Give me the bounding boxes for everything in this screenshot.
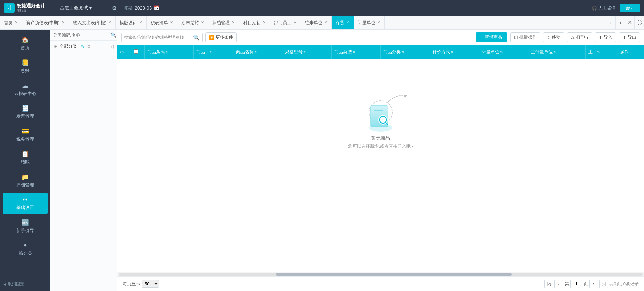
tab-unit[interactable]: 计量单位 ✕ [354, 16, 385, 29]
search-toolbar: 🔍 🔽 更多条件 + 新增商品 ☑ 批量操作 ⇅ 移 [117, 30, 644, 45]
sidebar-pin-toggle[interactable]: ◄ 取消固定 [0, 277, 50, 291]
tab-partner[interactable]: 往来单位 ✕ [301, 16, 332, 29]
filter-button[interactable]: 🔽 更多条件 [205, 32, 237, 42]
tab-periodend-close[interactable]: ✕ [201, 20, 204, 25]
th-checkbox[interactable] [131, 45, 144, 59]
print-chevron: ▾ [586, 35, 589, 40]
th-price-method[interactable]: 计价方式⇅ [430, 45, 479, 59]
th-spec[interactable]: 规格型号⇅ [282, 45, 332, 59]
pagination-bar: 每页显示 50 10 20 100 |◁ ‹ 第 页 [117, 276, 644, 291]
svg-rect-8 [374, 110, 383, 111]
tab-staff-close[interactable]: ✕ [293, 20, 297, 25]
tab-partner-close[interactable]: ✕ [324, 20, 327, 25]
th-settings[interactable]: ⚙ [117, 45, 131, 59]
basic-icon: ⚙ [22, 196, 28, 203]
tab-prev-button[interactable]: ‹ [606, 16, 616, 29]
page-next-button[interactable]: › [589, 280, 598, 288]
export-button[interactable]: ⬇ 导出 [619, 32, 640, 42]
calendar-icon[interactable]: 📅 [154, 5, 159, 11]
page-last-button[interactable]: ▷| [599, 280, 608, 288]
tab-inventory-close[interactable]: ✕ [346, 20, 350, 25]
category-search-icon[interactable]: 🔍 [111, 32, 116, 38]
tab-balance[interactable]: 资产负债表(中期) ✕ [22, 16, 69, 29]
sidebar-item-guide[interactable]: 🆕 新手引导 [3, 215, 48, 237]
category-search-input[interactable] [53, 33, 109, 38]
print-label: 打印 [576, 34, 585, 40]
move-button[interactable]: ⇅ 移动 [543, 32, 564, 42]
add-tab-button[interactable]: ＋ [98, 3, 108, 13]
category-edit-icon[interactable]: ✎ [80, 44, 84, 49]
import-button[interactable]: ⬆ 导入 [595, 32, 616, 42]
th-name[interactable]: 商品名称⇅ [233, 45, 282, 59]
tab-home[interactable]: 首页 ✕ [0, 16, 22, 29]
pin-icon: ◄ [3, 282, 7, 287]
batch-button[interactable]: ☑ 批量操作 [510, 32, 540, 42]
main-layout: 🏠 首页 📒 总账 ☁ 云报表中心 🧾 发票管理 💳 税务管理 📋 结账 📁 归… [0, 30, 644, 291]
tab-subject-close[interactable]: ✕ [263, 20, 266, 25]
consulting-button[interactable]: 🎧 人工咨询 [592, 5, 616, 11]
th-main-unit[interactable]: 主计量单位⇅ [528, 45, 586, 59]
sidebar-item-home[interactable]: 🏠 首页 [3, 33, 48, 54]
org-selector[interactable]: 基层工会测试 ▾ [57, 4, 94, 12]
category-settings-icon[interactable]: ⚙ [87, 44, 91, 49]
th-type[interactable]: 商品类型⇅ [331, 45, 381, 59]
tab-subject[interactable]: 科目期初 ✕ [239, 16, 270, 29]
page-word2: 页 [584, 281, 588, 287]
page-number-input[interactable] [570, 280, 582, 288]
horizontal-scrollbar[interactable] [117, 272, 644, 276]
empty-doc-icon [366, 102, 396, 133]
tab-income[interactable]: 收入支出表(年报) ✕ [69, 16, 116, 29]
page-prev-button[interactable]: ‹ [554, 280, 563, 288]
sidebar-item-member[interactable]: ✦ 畅会员 [3, 238, 48, 260]
add-product-button[interactable]: + 新增商品 [476, 32, 507, 42]
tab-balance-label: 资产负债表(中期) [26, 20, 60, 26]
sidebar-item-tax[interactable]: 💳 税务管理 [3, 124, 48, 146]
tab-inventory[interactable]: 存货 ✕ [332, 16, 354, 29]
page-size-dropdown[interactable]: 50 10 20 100 [142, 280, 159, 288]
th-category[interactable]: 商品分类⇅ [381, 45, 430, 59]
scrollbar-thumb[interactable] [276, 273, 512, 276]
invoice-icon: 🧾 [21, 105, 29, 112]
category-all-header[interactable]: ⊞ 全部分类 ✎ ⚙ ◁ [50, 41, 117, 52]
th-code[interactable]: 商品...⇅ [194, 45, 233, 59]
product-search-icon[interactable]: 🔍 [193, 34, 200, 41]
tab-expand-button[interactable]: ⛶ [635, 16, 644, 29]
tab-income-close[interactable]: ✕ [108, 20, 111, 25]
tab-taxclear[interactable]: 税表清单 ✕ [147, 16, 177, 29]
sidebar-item-basic-label: 基础设置 [16, 205, 34, 211]
page-first-button[interactable]: |◁ [544, 280, 553, 288]
tab-home-close[interactable]: ✕ [15, 20, 18, 25]
sidebar-item-invoice[interactable]: 🧾 发票管理 [3, 101, 48, 123]
sidebar-item-basic[interactable]: ⚙ 基础设置 [3, 193, 48, 214]
tab-archive-close[interactable]: ✕ [232, 20, 235, 25]
tab-balance-close[interactable]: ✕ [62, 20, 65, 25]
tab-template-close[interactable]: ✕ [139, 20, 142, 25]
tab-next-button[interactable]: › [616, 16, 625, 29]
scrollbar-track[interactable] [119, 273, 643, 276]
left-panel: 🔍 ⊞ 全部分类 ✎ ⚙ ◁ [50, 30, 117, 291]
th-col3[interactable]: 主...⇅ [585, 45, 617, 59]
tab-template[interactable]: 模版设计 ✕ [116, 16, 147, 29]
print-icon: 🖨 [571, 35, 575, 40]
th-barcode[interactable]: 商品条码⇅ [144, 45, 194, 59]
category-collapse-icon[interactable]: ◁ [110, 44, 114, 49]
tab-unit-close[interactable]: ✕ [377, 20, 380, 25]
product-search-input[interactable] [124, 35, 192, 40]
print-button[interactable]: 🖨 打印 ▾ [567, 32, 592, 42]
top-header: 计 畅捷通好会计 旗舰版 基层工会测试 ▾ ＋ ⚙ 账期 2023-03 📅 🎧… [0, 0, 644, 16]
category-search-bar: 🔍 [50, 30, 117, 41]
tab-archive[interactable]: 归档管理 ✕ [208, 16, 239, 29]
sidebar-item-reports[interactable]: ☁ 云报表中心 [3, 79, 48, 100]
sidebar-item-archive[interactable]: 📁 归档管理 [3, 170, 48, 191]
sidebar-item-settle[interactable]: 📋 结账 [3, 147, 48, 168]
th-unit[interactable]: 计量单位⇅ [479, 45, 528, 59]
settings-button[interactable]: ⚙ [110, 3, 119, 13]
tab-staff[interactable]: 部门员工 ✕ [270, 16, 301, 29]
tab-close-all-button[interactable]: ✕ [625, 16, 635, 29]
tab-taxclear-close[interactable]: ✕ [170, 20, 173, 25]
sidebar-item-tax-label: 税务管理 [16, 136, 34, 142]
user-button[interactable]: 会计 [620, 4, 640, 12]
sidebar-item-ledger[interactable]: 📒 总账 [3, 56, 48, 77]
select-all-checkbox[interactable] [134, 49, 138, 54]
tab-periodend[interactable]: 期末结转 ✕ [177, 16, 208, 29]
